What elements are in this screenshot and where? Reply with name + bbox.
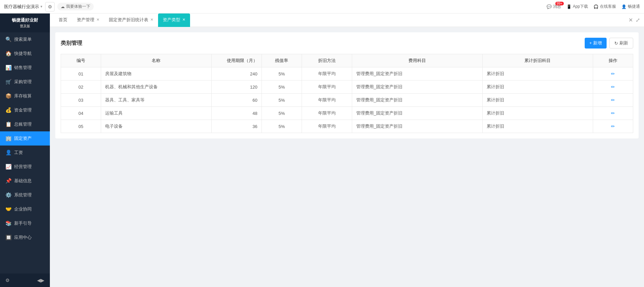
cell-op-0: ✏ bbox=[593, 67, 633, 81]
sidebar-item-label: 应用中心 bbox=[14, 234, 44, 241]
cell-name-0: 房屋及建筑物 bbox=[101, 67, 212, 81]
expand-icon[interactable]: ⤢ bbox=[636, 17, 640, 23]
sidebar: 畅捷通好业财 普及版 🔍 搜索菜单 🏠 快捷导航 📊 销售管理 🛒 采购管理 📦 bbox=[0, 13, 50, 287]
content-area: 首页 资产管理 ✕ 固定资产折旧统计表 ✕ 资产类型 ✕ ✕ ⤢ bbox=[50, 13, 644, 287]
tab-home-label: 首页 bbox=[59, 17, 67, 23]
app-download-label: App下载 bbox=[573, 4, 588, 9]
cell-op-2: ✏ bbox=[593, 94, 633, 107]
logo-text: 畅捷通好业财 bbox=[12, 17, 38, 23]
cell-accum-0[interactable]: 累计折旧 bbox=[483, 67, 593, 81]
cell-expense-1[interactable]: 管理费用_固定资产折旧 bbox=[352, 81, 482, 94]
online-service-button[interactable]: 🎧 在线客服 bbox=[593, 4, 616, 9]
cell-accum-1[interactable]: 累计折旧 bbox=[483, 81, 593, 94]
cell-residual-4: 5% bbox=[262, 120, 302, 133]
sidebar-item-label: 新手引导 bbox=[14, 220, 44, 226]
collapse-icon[interactable]: ◀▶ bbox=[37, 278, 44, 283]
sidebar-item-label: 企业协同 bbox=[14, 206, 44, 212]
tab-asset-type-label: 资产类型 bbox=[163, 17, 180, 23]
box-icon: 📦 bbox=[5, 93, 11, 99]
sidebar-item-label: 采购管理 bbox=[14, 79, 44, 85]
refresh-button[interactable]: ↻ 刷新 bbox=[609, 38, 633, 49]
main-layout: 畅捷通好业财 普及版 🔍 搜索菜单 🏠 快捷导航 📊 销售管理 🛒 采购管理 📦 bbox=[0, 13, 644, 287]
sidebar-item-appcenter[interactable]: 🔲 应用中心 bbox=[0, 230, 50, 245]
cell-expense-3[interactable]: 管理费用_固定资产折旧 bbox=[352, 107, 482, 120]
cell-expense-2[interactable]: 管理费用_固定资产折旧 bbox=[352, 94, 482, 107]
app-download-button[interactable]: 📱 App下载 bbox=[566, 4, 588, 9]
cell-accum-4[interactable]: 累计折旧 bbox=[483, 120, 593, 133]
tab-depreciation[interactable]: 固定资产折旧统计表 ✕ bbox=[104, 13, 158, 27]
add-button[interactable]: + 新增 bbox=[585, 38, 607, 49]
sidebar-scroll: 🔍 搜索菜单 🏠 快捷导航 📊 销售管理 🛒 采购管理 📦 库存核算 💰 bbox=[0, 32, 50, 274]
tab-asset-mgmt-close[interactable]: ✕ bbox=[96, 18, 99, 22]
tab-asset-type[interactable]: 资产类型 ✕ bbox=[158, 13, 190, 27]
table-row: 02 机器、机械和其他生产设备 120 5% 年限平均 管理费用_固定资产折旧 … bbox=[61, 81, 633, 94]
edit-button-4[interactable]: ✏ bbox=[611, 124, 615, 129]
sidebar-item-search[interactable]: 🔍 搜索菜单 bbox=[0, 32, 50, 46]
tab-home[interactable]: 首页 bbox=[54, 13, 72, 27]
cell-method-3: 年限平均 bbox=[302, 107, 352, 120]
col-header-period: 使用期限（月） bbox=[211, 54, 262, 67]
tab-asset-mgmt-label: 资产管理 bbox=[77, 17, 94, 23]
cell-residual-2: 5% bbox=[262, 94, 302, 107]
sidebar-item-guide[interactable]: 📚 新手引导 bbox=[0, 216, 50, 230]
edit-button-3[interactable]: ✏ bbox=[611, 110, 615, 116]
table-row: 03 器具、工具、家具等 60 5% 年限平均 管理费用_固定资产折旧 累计折旧… bbox=[61, 94, 633, 107]
sidebar-item-inventory[interactable]: 📦 库存核算 bbox=[0, 89, 50, 103]
sidebar-item-label: 固定资产 bbox=[14, 135, 44, 141]
table-body: 01 房屋及建筑物 240 5% 年限平均 管理费用_固定资产折旧 累计折旧 ✏… bbox=[61, 67, 633, 133]
sidebar-item-cooperation[interactable]: 🤝 企业协同 bbox=[0, 202, 50, 216]
cell-period-2: 60 bbox=[211, 94, 262, 107]
sidebar-item-basicinfo[interactable]: 📌 基础信息 bbox=[0, 174, 50, 188]
table-row: 01 房屋及建筑物 240 5% 年限平均 管理费用_固定资产折旧 累计折旧 ✏ bbox=[61, 67, 633, 81]
pin-icon: 📌 bbox=[5, 178, 11, 184]
sidebar-item-ledger[interactable]: 📋 总账管理 bbox=[0, 117, 50, 131]
online-service-label: 在线客服 bbox=[600, 4, 616, 9]
sidebar-item-fixed[interactable]: 🏢 固定资产 bbox=[0, 131, 50, 146]
user-label: 畅捷通 bbox=[628, 4, 640, 9]
message-button[interactable]: 💬 消息 99+ bbox=[547, 4, 561, 9]
tab-asset-mgmt[interactable]: 资产管理 ✕ bbox=[72, 13, 104, 27]
cell-name-1: 机器、机械和其他生产设备 bbox=[101, 81, 212, 94]
top-bar: 医疗器械行业演示 ▾ ⚙ ☁ 我要体验一下 💬 消息 99+ 📱 App下载 🎧… bbox=[0, 0, 644, 13]
edit-button-1[interactable]: ✏ bbox=[611, 84, 615, 90]
settings-bottom-icon[interactable]: ⚙ bbox=[5, 278, 10, 283]
user-button[interactable]: 👤 畅捷通 bbox=[621, 4, 640, 9]
ledger-icon: 📋 bbox=[5, 121, 11, 127]
cell-residual-1: 5% bbox=[262, 81, 302, 94]
cell-method-4: 年限平均 bbox=[302, 120, 352, 133]
cell-method-2: 年限平均 bbox=[302, 94, 352, 107]
cell-period-0: 240 bbox=[211, 67, 262, 81]
close-window-icon[interactable]: ✕ bbox=[628, 17, 633, 23]
settings-button[interactable]: ⚙ bbox=[45, 2, 55, 11]
sidebar-item-label: 资金管理 bbox=[14, 107, 44, 113]
sidebar-item-salary[interactable]: 👤 工资 bbox=[0, 146, 50, 160]
refresh-label: 刷新 bbox=[619, 40, 628, 46]
edit-button-2[interactable]: ✏ bbox=[611, 97, 615, 103]
tab-bar: 首页 资产管理 ✕ 固定资产折旧统计表 ✕ 资产类型 ✕ ✕ ⤢ bbox=[50, 13, 644, 27]
sidebar-item-purchase[interactable]: 🛒 采购管理 bbox=[0, 75, 50, 89]
sidebar-item-system[interactable]: ⚙️ 系统管理 bbox=[0, 188, 50, 202]
cell-expense-0[interactable]: 管理费用_固定资产折旧 bbox=[352, 67, 482, 81]
cell-expense-4[interactable]: 管理费用_固定资产折旧 bbox=[352, 120, 482, 133]
tab-depreciation-close[interactable]: ✕ bbox=[150, 18, 153, 22]
sidebar-item-sales[interactable]: 📊 销售管理 bbox=[0, 61, 50, 75]
sidebar-logo: 畅捷通好业财 普及版 bbox=[0, 13, 50, 32]
sidebar-item-funds[interactable]: 💰 资金管理 bbox=[0, 103, 50, 117]
gear-icon: ⚙️ bbox=[5, 192, 11, 198]
cell-id-0: 01 bbox=[61, 67, 101, 81]
person-icon: 👤 bbox=[5, 150, 11, 156]
cell-period-4: 36 bbox=[211, 120, 262, 133]
edit-button-0[interactable]: ✏ bbox=[611, 71, 615, 76]
sidebar-item-quicknav[interactable]: 🏠 快捷导航 bbox=[0, 46, 50, 61]
sidebar-item-operations[interactable]: 📈 经营管理 bbox=[0, 160, 50, 174]
col-header-op: 操作 bbox=[593, 54, 633, 67]
col-header-accum: 累计折旧科目 bbox=[483, 54, 593, 67]
industry-selector[interactable]: 医疗器械行业演示 ▾ bbox=[4, 4, 42, 10]
page-header: 类别管理 + 新增 ↻ 刷新 bbox=[61, 38, 633, 49]
tab-asset-type-close[interactable]: ✕ bbox=[182, 18, 185, 22]
cell-accum-2[interactable]: 累计折旧 bbox=[483, 94, 593, 107]
try-button[interactable]: ☁ 我要体验一下 bbox=[57, 3, 94, 10]
download-icon: 📱 bbox=[566, 4, 572, 9]
cell-accum-3[interactable]: 累计折旧 bbox=[483, 107, 593, 120]
chart-icon: 📊 bbox=[5, 65, 11, 71]
